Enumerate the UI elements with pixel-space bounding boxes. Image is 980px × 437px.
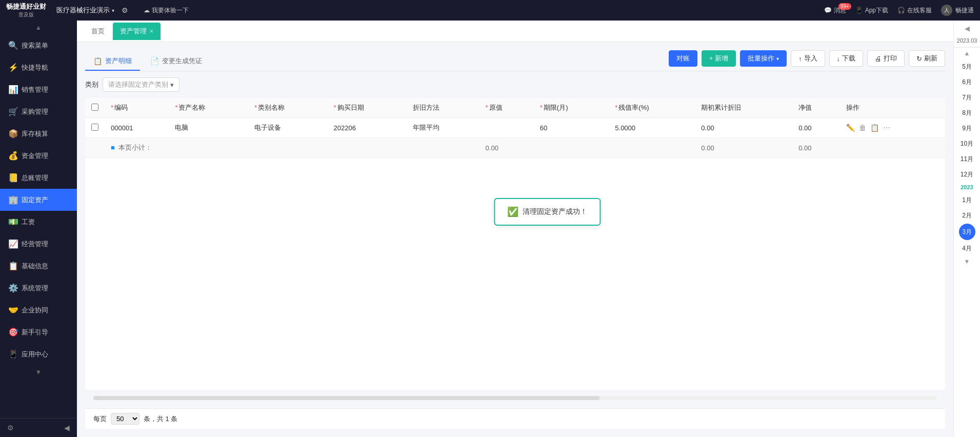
- sidebar-item-system[interactable]: ⚙️ 系统管理: [0, 277, 77, 299]
- cal-month-1[interactable]: 1月: [956, 193, 978, 207]
- online-service-button[interactable]: 🎧 在线客服: [897, 6, 932, 15]
- sidebar: ▲ 🔍 搜索菜单 ⚡ 快捷导航 📊 销售管理 🛒 采购管理 📦 库存核算 💰 资…: [0, 21, 77, 437]
- import-icon: ↑: [798, 55, 802, 63]
- sidebar-item-fixed-assets[interactable]: 🏢 固定资产: [0, 189, 77, 211]
- sidebar-scroll-down[interactable]: ▼: [0, 365, 77, 379]
- sidebar-item-payroll[interactable]: 💵 工资: [0, 211, 77, 233]
- operations-icon: 📈: [8, 239, 17, 249]
- company-settings-icon[interactable]: ⚙: [122, 6, 128, 14]
- calendar-nav-down[interactable]: ▼: [962, 256, 972, 267]
- sidebar-item-funds[interactable]: 💰 资金管理: [0, 145, 77, 167]
- sidebar-item-ledger[interactable]: 📒 总账管理: [0, 167, 77, 189]
- sidebar-item-basic-info[interactable]: 📋 基础信息: [0, 255, 77, 277]
- avatar: 人: [941, 5, 952, 16]
- company-selector[interactable]: 医疗器械行业演示 ▾: [56, 6, 114, 15]
- table-wrapper: *编码 *资产名称 *类别名称 *购买日期 折旧方法 *原值 *期限(月) *残…: [85, 98, 945, 390]
- cal-month-6[interactable]: 6月: [956, 75, 978, 89]
- sidebar-label-inventory: 库存核算: [22, 129, 48, 138]
- th-name: *资产名称: [169, 98, 248, 118]
- table-row: 000001 电脑 电子设备 202206 年限平均 60 5.0000 0.0…: [85, 118, 945, 138]
- cal-month-12[interactable]: 12月: [956, 167, 978, 182]
- sidebar-collapse-icon[interactable]: ◀: [64, 424, 70, 432]
- refresh-btn[interactable]: ↻ 刷新: [909, 50, 945, 67]
- sidebar-scroll-up[interactable]: ▲: [0, 21, 77, 34]
- mobile-icon: 📱: [855, 7, 863, 14]
- batch-btn[interactable]: 批量操作 ▾: [740, 50, 787, 67]
- basic-info-icon: 📋: [8, 261, 17, 271]
- copy-icon[interactable]: 📋: [870, 124, 879, 132]
- app-logo: 畅捷通好业财 普及版: [6, 2, 46, 18]
- success-toast: ✅ 清理固定资产成功！: [494, 198, 601, 226]
- sidebar-settings-icon[interactable]: ⚙: [7, 424, 14, 432]
- calendar-nav-up[interactable]: ▲: [954, 47, 980, 59]
- edit-icon[interactable]: ✏️: [846, 124, 855, 132]
- account-btn[interactable]: 对账: [669, 50, 697, 67]
- th-residual-rate: *残值率(%): [609, 98, 695, 118]
- sidebar-item-inventory[interactable]: 📦 库存核算: [0, 123, 77, 145]
- company-dropdown-icon: ▾: [112, 8, 114, 13]
- cal-month-5[interactable]: 5月: [956, 59, 978, 74]
- cal-month-4[interactable]: 4月: [956, 241, 978, 255]
- sidebar-item-search[interactable]: 🔍 搜索菜单: [0, 34, 77, 56]
- sidebar-item-guide[interactable]: 🎯 新手引导: [0, 321, 77, 343]
- sidebar-item-enterprise[interactable]: 🤝 企业协同: [0, 299, 77, 321]
- calendar-toggle-icon[interactable]: ◀: [963, 23, 972, 34]
- horizontal-scrollbar[interactable]: [93, 396, 937, 400]
- tab-close-icon[interactable]: ×: [150, 28, 153, 35]
- sidebar-item-sales[interactable]: 📊 销售管理: [0, 78, 77, 101]
- funds-icon: 💰: [8, 151, 17, 161]
- subtotal-row: ■ 本页小计： 0.00 0.00 0.00: [85, 138, 945, 158]
- main-layout: ▲ 🔍 搜索菜单 ⚡ 快捷导航 📊 销售管理 🛒 采购管理 📦 库存核算 💰 资…: [0, 21, 980, 437]
- more-icon[interactable]: ⋯: [883, 124, 890, 132]
- cal-month-2[interactable]: 2月: [956, 208, 978, 223]
- row-checkbox[interactable]: [91, 124, 98, 131]
- search-icon: 🔍: [8, 41, 17, 50]
- success-message: 清理固定资产成功！: [523, 207, 587, 216]
- change-voucher-icon: 📄: [150, 57, 159, 65]
- select-all-checkbox[interactable]: [91, 104, 98, 111]
- category-select-value: 请选择固定资产类别: [108, 80, 168, 89]
- app-download-label: App下载: [865, 6, 888, 15]
- category-select[interactable]: 请选择固定资产类别 ▾: [103, 77, 179, 92]
- sidebar-label-app-center: 应用中心: [22, 350, 48, 359]
- calendar-header: 2023.03: [954, 34, 980, 47]
- th-code: *编码: [105, 98, 169, 118]
- delete-icon[interactable]: 🗑: [859, 124, 866, 132]
- cal-month-3-active[interactable]: 3月: [959, 224, 975, 240]
- sidebar-item-operations[interactable]: 📈 经营管理: [0, 233, 77, 255]
- sidebar-item-quick-nav[interactable]: ⚡ 快捷导航: [0, 56, 77, 78]
- subtotal-accum: 0.00: [695, 138, 792, 158]
- sub-tabs-row: 📋 资产明细 📄 变更生成凭证 对账 + 新增 批量操作 ▾: [85, 50, 945, 71]
- print-icon: 🖨: [875, 55, 882, 63]
- sub-tab-change-voucher[interactable]: 📄 变更生成凭证: [142, 52, 210, 71]
- user-menu[interactable]: 人 畅捷通: [941, 5, 974, 16]
- th-original-value: *原值: [479, 98, 534, 118]
- cal-month-8[interactable]: 8月: [956, 106, 978, 120]
- download-btn[interactable]: ↓ 下载: [829, 50, 864, 67]
- sidebar-item-purchase[interactable]: 🛒 采购管理: [0, 101, 77, 123]
- batch-label: 批量操作: [748, 54, 774, 63]
- app-download-button[interactable]: 📱 App下载: [855, 6, 888, 15]
- import-btn[interactable]: ↑ 导入: [791, 50, 825, 67]
- tab-asset-management[interactable]: 资产管理 ×: [113, 23, 161, 40]
- tab-home[interactable]: 首页: [85, 21, 111, 42]
- message-button[interactable]: 💬 消息 99+: [824, 6, 846, 15]
- new-btn[interactable]: + 新增: [702, 50, 736, 67]
- enterprise-icon: 🤝: [8, 305, 17, 315]
- page-content: 📋 资产明细 📄 变更生成凭证 对账 + 新增 批量操作 ▾: [77, 42, 953, 437]
- experience-button[interactable]: ☁ 我要体验一下: [144, 6, 189, 15]
- per-page-select[interactable]: 50 100 200: [111, 413, 139, 425]
- cal-month-10[interactable]: 10月: [956, 136, 978, 151]
- row-name: 电脑: [169, 118, 248, 138]
- cal-month-11[interactable]: 11月: [956, 152, 978, 166]
- sidebar-label-ledger: 总账管理: [22, 173, 48, 183]
- refresh-label: 刷新: [924, 54, 937, 63]
- sidebar-item-app-center[interactable]: 📱 应用中心: [0, 343, 77, 365]
- cal-month-9[interactable]: 9月: [956, 121, 978, 135]
- print-btn[interactable]: 🖨 打印: [867, 50, 905, 67]
- purchase-icon: 🛒: [8, 107, 17, 116]
- sub-tab-asset-detail[interactable]: 📋 资产明细: [85, 52, 140, 71]
- th-check: [85, 98, 105, 118]
- cal-month-7[interactable]: 7月: [956, 90, 978, 105]
- sidebar-label-funds: 资金管理: [22, 151, 48, 161]
